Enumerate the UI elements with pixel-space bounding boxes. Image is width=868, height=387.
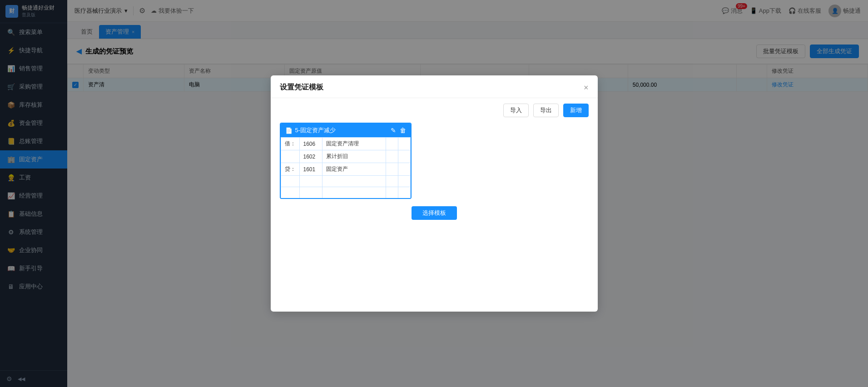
template-empty-row-1 [281, 176, 410, 187]
entry-val6 [398, 163, 410, 176]
delete-icon[interactable]: 🗑 [400, 127, 406, 134]
entry-code-2: 1602 [299, 150, 322, 163]
empty2 [299, 176, 322, 187]
entry-code-1: 1606 [299, 138, 322, 150]
template-empty-row-2 [281, 187, 410, 198]
entry-name-2: 累计折旧 [322, 150, 386, 163]
empty3 [322, 176, 386, 187]
entry-val4 [398, 150, 410, 163]
template-name: 5-固定资产减少 [295, 126, 336, 134]
modal-header: 设置凭证模板 × [271, 75, 598, 98]
entry-val5 [386, 163, 398, 176]
empty8 [322, 187, 386, 198]
template-doc-icon: 📄 [285, 127, 293, 134]
template-card-header: 📄 5-固定资产减少 ✎ 🗑 [281, 124, 411, 137]
entry-val3 [386, 150, 398, 163]
empty1 [281, 176, 299, 187]
modal-overlay[interactable]: 设置凭证模板 × 导入 导出 新增 📄 5-固定资产减少 ✎ [0, 0, 868, 387]
template-label: 固定资产减少 [300, 127, 336, 134]
export-button[interactable]: 导出 [533, 104, 559, 117]
modal-body: 📄 5-固定资产减少 ✎ 🗑 借： 1606 [271, 123, 598, 312]
entry-val1 [386, 138, 398, 150]
select-template-button[interactable]: 选择模板 [412, 206, 457, 220]
template-credit-row-1: 贷： 1601 固定资产 [281, 163, 410, 176]
empty6 [281, 187, 299, 198]
entry-name-1: 固定资产清理 [322, 138, 386, 150]
new-template-button[interactable]: 新增 [563, 104, 589, 117]
entry-side-1: 借： [281, 138, 299, 150]
empty9 [386, 187, 398, 198]
template-debit-row-1: 借： 1606 固定资产清理 [281, 138, 410, 150]
modal-set-template: 设置凭证模板 × 导入 导出 新增 📄 5-固定资产减少 ✎ [271, 75, 598, 312]
empty7 [299, 187, 322, 198]
entry-side-2 [281, 150, 299, 163]
template-actions: ✎ 🗑 [391, 127, 406, 134]
template-card: 📄 5-固定资产减少 ✎ 🗑 借： 1606 [280, 123, 412, 199]
template-debit-row-2: 1602 累计折旧 [281, 150, 410, 163]
empty4 [386, 176, 398, 187]
modal-close-button[interactable]: × [584, 84, 589, 92]
template-id: 5 [295, 127, 298, 134]
entry-side-3: 贷： [281, 163, 299, 176]
entry-val2 [398, 138, 410, 150]
entry-code-3: 1601 [299, 163, 322, 176]
empty5 [398, 176, 410, 187]
import-button[interactable]: 导入 [503, 104, 529, 117]
template-card-title-area: 📄 5-固定资产减少 [285, 126, 336, 134]
modal-title: 设置凭证模板 [280, 83, 323, 92]
modal-toolbar: 导入 导出 新增 [271, 98, 598, 123]
entry-name-3: 固定资产 [322, 163, 386, 176]
empty10 [398, 187, 410, 198]
edit-icon[interactable]: ✎ [391, 127, 396, 134]
template-entries-table: 借： 1606 固定资产清理 1602 累计折旧 [281, 137, 411, 198]
